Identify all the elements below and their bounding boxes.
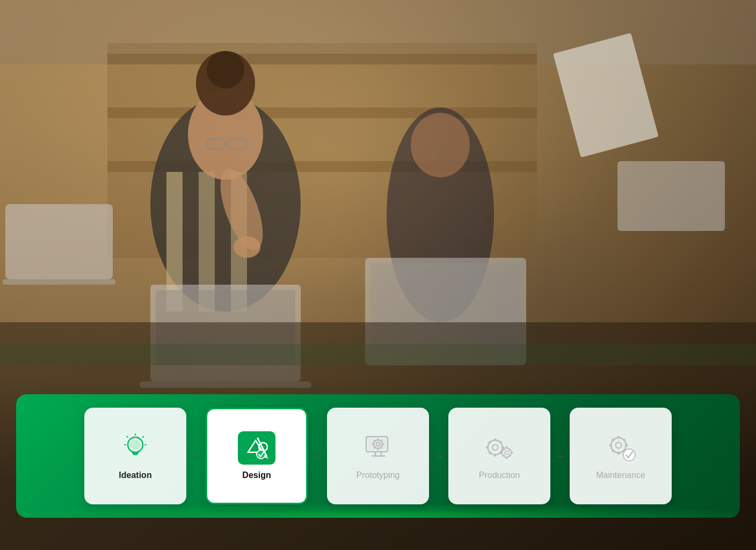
svg-rect-31 <box>617 161 725 231</box>
production-card[interactable]: Production <box>448 408 550 504</box>
svg-point-20 <box>234 236 260 258</box>
svg-line-81 <box>503 455 504 456</box>
svg-point-64 <box>492 445 498 451</box>
svg-rect-8 <box>3 279 115 285</box>
design-label: Design <box>242 471 271 480</box>
svg-rect-5 <box>107 107 537 118</box>
svg-line-69 <box>490 442 490 442</box>
svg-line-82 <box>509 450 510 450</box>
arrow-3: → <box>433 450 444 462</box>
design-card[interactable]: Design <box>206 408 308 504</box>
svg-line-39 <box>127 437 128 438</box>
prototyping-label: Prototyping <box>357 471 400 480</box>
svg-point-15 <box>207 51 244 89</box>
svg-point-25 <box>411 113 470 177</box>
ideation-label: Ideation <box>119 471 151 480</box>
process-bar: Ideation → <box>16 394 740 518</box>
svg-line-91 <box>613 451 614 452</box>
arrow-2: → <box>312 450 323 462</box>
arrow-1: → <box>191 450 201 462</box>
svg-line-60 <box>381 447 382 448</box>
design-icon <box>238 432 275 464</box>
svg-line-71 <box>490 452 490 453</box>
svg-line-59 <box>374 440 375 442</box>
svg-point-94 <box>623 449 635 461</box>
production-icon <box>481 432 518 464</box>
svg-line-89 <box>613 439 614 440</box>
production-label: Production <box>479 471 520 480</box>
prototyping-icon <box>359 432 397 464</box>
prototyping-card[interactable]: Prototyping <box>327 408 429 504</box>
arrow-4: → <box>555 450 565 462</box>
maintenance-icon <box>602 432 639 464</box>
svg-point-74 <box>505 451 508 454</box>
svg-point-42 <box>130 439 141 450</box>
svg-point-47 <box>257 450 265 459</box>
svg-rect-7 <box>5 204 113 279</box>
svg-line-80 <box>509 455 510 456</box>
svg-line-62 <box>381 440 382 442</box>
svg-point-84 <box>616 443 622 448</box>
svg-line-92 <box>624 439 625 440</box>
process-cards-container: Ideation → <box>32 408 724 504</box>
svg-line-38 <box>143 437 144 438</box>
svg-line-72 <box>500 442 500 442</box>
svg-rect-4 <box>107 54 537 64</box>
svg-line-79 <box>503 450 504 450</box>
maintenance-label: Maintenance <box>596 471 645 480</box>
ideation-card[interactable]: Ideation <box>84 408 186 504</box>
svg-rect-33 <box>0 344 756 365</box>
ideation-icon <box>117 432 154 464</box>
svg-line-61 <box>374 447 375 448</box>
maintenance-card[interactable]: Maintenance <box>570 408 672 504</box>
